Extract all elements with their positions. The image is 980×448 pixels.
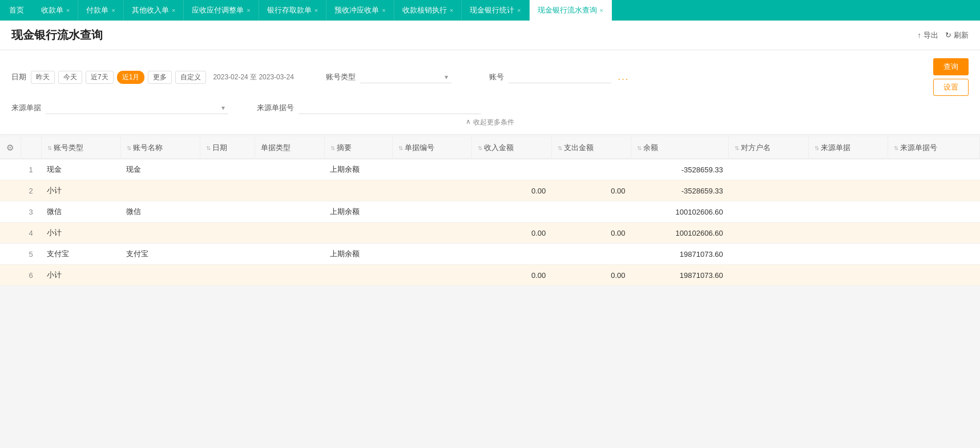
- col-header-index: [21, 137, 41, 159]
- nav-tab-现金银行流水查询[interactable]: 现金银行流水查询×: [530, 0, 612, 21]
- cell-balance: -3528659.33: [631, 180, 729, 201]
- source-doc-no-input[interactable]: [299, 102, 481, 114]
- page-header: 现金银行流水查询 ↑ 导出 ↻ 刷新: [0, 21, 980, 50]
- nav-tab-其他收入单[interactable]: 其他收入单×: [124, 0, 184, 21]
- nav-close-icon[interactable]: ×: [382, 7, 385, 14]
- nav-close-icon[interactable]: ×: [517, 7, 521, 14]
- export-button[interactable]: ↑ 导出: [918, 30, 939, 41]
- col-header-account_type[interactable]: ⇅账号类型: [41, 137, 120, 159]
- nav-tab-付款单[interactable]: 付款单×: [78, 0, 123, 21]
- cell-expense: [551, 201, 631, 223]
- cell-account_name: 现金: [120, 159, 200, 180]
- date-shortcut-近1月[interactable]: 近1月: [117, 71, 145, 84]
- col-header-expense[interactable]: ⇅支出金额: [551, 137, 631, 159]
- col-header-balance[interactable]: ⇅余额: [631, 137, 729, 159]
- export-icon: ↑: [918, 31, 922, 39]
- date-shortcut-近7天[interactable]: 近7天: [86, 71, 114, 84]
- row-action-cell: [0, 201, 21, 223]
- cell-income: [472, 201, 551, 223]
- nav-close-icon[interactable]: ×: [111, 7, 115, 14]
- cell-account_name: [120, 265, 200, 286]
- col-header-source_doc[interactable]: ⇅来源单据: [808, 137, 888, 159]
- cell-source_doc: [808, 201, 888, 223]
- row-index: 3: [21, 201, 41, 223]
- sort-icon: ⇅: [47, 145, 52, 151]
- account-type-select[interactable]: [360, 71, 451, 83]
- nav-close-icon[interactable]: ×: [600, 7, 603, 14]
- cell-date: [200, 265, 255, 286]
- table-row: 2小计0.000.00-3528659.33: [0, 180, 980, 201]
- cell-doc_no: [393, 159, 472, 180]
- cell-source_doc_no: [888, 223, 979, 244]
- nav-tab-收款核销执行[interactable]: 收款核销执行×: [394, 0, 462, 21]
- settings-button[interactable]: 设置: [933, 79, 969, 96]
- table-body: 1现金现金上期余额-3528659.332小计0.000.00-3528659.…: [0, 159, 980, 286]
- account-dots-button[interactable]: ...: [618, 72, 629, 82]
- cell-account_name: [120, 180, 200, 201]
- table-area: ⚙⇅账号类型⇅账号名称⇅日期单据类型⇅摘要⇅单据编号⇅收入金额⇅支出金额⇅余额⇅…: [0, 137, 980, 286]
- col-header-doc_type: 单据类型: [255, 137, 324, 159]
- row-action-cell: [0, 223, 21, 244]
- col-header-doc_no[interactable]: ⇅单据编号: [393, 137, 472, 159]
- cell-summary: [324, 265, 392, 286]
- nav-close-icon[interactable]: ×: [247, 7, 250, 14]
- nav-tab-预收冲应收单[interactable]: 预收冲应收单×: [326, 0, 394, 21]
- account-type-label: 账号类型: [326, 72, 356, 82]
- date-shortcut-自定义[interactable]: 自定义: [175, 71, 206, 84]
- table-row: 3微信微信上期余额100102606.60: [0, 201, 980, 223]
- date-filter: 日期 昨天今天近7天近1月更多自定义 2023-02-24 至 2023-03-…: [11, 71, 294, 84]
- account-input[interactable]: [509, 71, 611, 83]
- nav-tab-收款单[interactable]: 收款单×: [33, 0, 78, 21]
- cell-source_doc: [808, 180, 888, 201]
- cell-summary: 上期余额: [324, 159, 392, 180]
- query-button[interactable]: 查询: [933, 58, 969, 75]
- collapse-bar[interactable]: ∧ 收起更多条件: [11, 114, 969, 128]
- col-header-summary[interactable]: ⇅摘要: [324, 137, 392, 159]
- cell-doc_no: [393, 244, 472, 265]
- header-actions: ↑ 导出 ↻ 刷新: [918, 30, 969, 41]
- cell-doc_no: [393, 180, 472, 201]
- cell-doc_type: [255, 265, 324, 286]
- nav-close-icon[interactable]: ×: [66, 7, 70, 14]
- cell-account_type: 微信: [41, 201, 120, 223]
- account-type-filter: 账号类型: [326, 71, 457, 83]
- cell-balance: -3528659.33: [631, 159, 729, 180]
- date-shortcut-今天[interactable]: 今天: [58, 71, 82, 84]
- collapse-up-icon: ∧: [466, 118, 471, 127]
- nav-home[interactable]: 首页: [0, 0, 33, 21]
- table-header: ⚙⇅账号类型⇅账号名称⇅日期单据类型⇅摘要⇅单据编号⇅收入金额⇅支出金额⇅余额⇅…: [0, 137, 980, 159]
- cell-source_doc_no: [888, 201, 979, 223]
- nav-tab-银行存取款单[interactable]: 银行存取款单×: [259, 0, 326, 21]
- cell-counterpart: [729, 159, 808, 180]
- nav-tab-应收应付调整单[interactable]: 应收应付调整单×: [184, 0, 259, 21]
- nav-close-icon[interactable]: ×: [450, 7, 453, 14]
- nav-close-icon[interactable]: ×: [314, 7, 318, 14]
- col-header-date[interactable]: ⇅日期: [200, 137, 255, 159]
- filter-area: 日期 昨天今天近7天近1月更多自定义 2023-02-24 至 2023-03-…: [0, 50, 980, 135]
- nav-close-icon[interactable]: ×: [172, 7, 175, 14]
- col-header-source_doc_no[interactable]: ⇅来源单据号: [888, 137, 979, 159]
- cell-account_type: 现金: [41, 159, 120, 180]
- row-index: 2: [21, 180, 41, 201]
- sort-icon: ⇅: [206, 145, 211, 151]
- source-doc-select-wrapper: [46, 102, 228, 114]
- cell-source_doc: [808, 265, 888, 286]
- row-action-cell: [0, 265, 21, 286]
- col-header-counterpart[interactable]: ⇅对方户名: [729, 137, 808, 159]
- date-shortcut-昨天[interactable]: 昨天: [31, 71, 55, 84]
- col-header-income[interactable]: ⇅收入金额: [472, 137, 551, 159]
- nav-tab-现金银行统计[interactable]: 现金银行统计×: [462, 0, 529, 21]
- source-doc-select[interactable]: [46, 102, 228, 114]
- cell-balance: 19871073.60: [631, 244, 729, 265]
- table-row: 4小计0.000.00100102606.60: [0, 223, 980, 244]
- refresh-button[interactable]: ↻ 刷新: [945, 30, 969, 41]
- date-shortcut-更多[interactable]: 更多: [148, 71, 172, 84]
- gear-icon[interactable]: ⚙: [6, 143, 14, 152]
- refresh-icon: ↻: [945, 31, 951, 39]
- source-doc-no-label: 来源单据号: [257, 103, 294, 113]
- filter-row-date: 日期 昨天今天近7天近1月更多自定义 2023-02-24 至 2023-03-…: [11, 58, 969, 96]
- col-header-account_name[interactable]: ⇅账号名称: [120, 137, 200, 159]
- source-row: 来源单据 来源单据号: [11, 102, 969, 114]
- cell-account_name: 微信: [120, 201, 200, 223]
- row-index: 6: [21, 265, 41, 286]
